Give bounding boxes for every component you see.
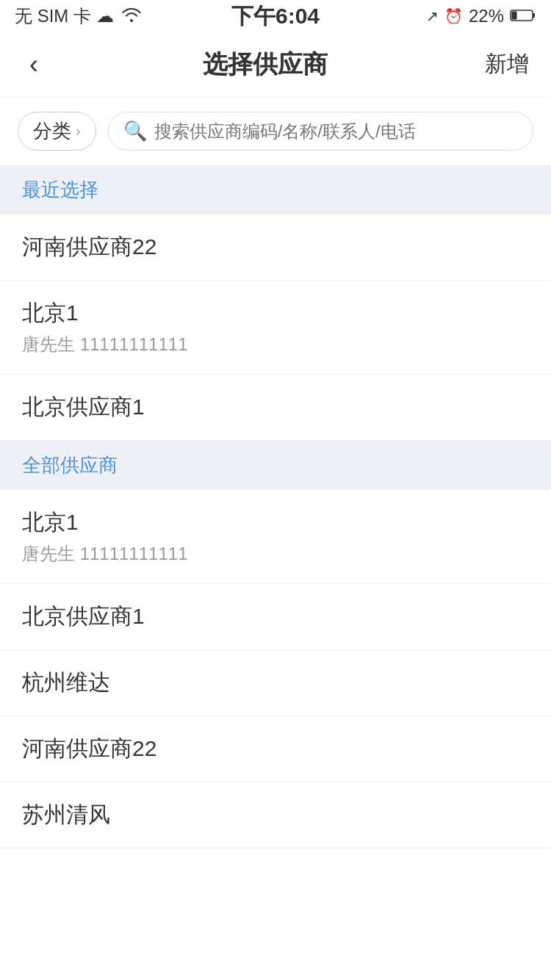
wifi-icon (121, 6, 142, 26)
list-item[interactable]: 苏州清风 (0, 782, 551, 849)
list-item[interactable]: 北京1唐先生 11111111111 (0, 281, 551, 375)
list-item[interactable]: 北京供应商1 (0, 584, 551, 650)
battery-icon (510, 6, 536, 26)
item-name: 河南供应商22 (22, 734, 529, 764)
alarm-icon: ⏰ (444, 7, 463, 25)
svg-rect-2 (512, 12, 517, 20)
list-item[interactable]: 河南供应商22 (0, 215, 551, 281)
all-list: 北京1唐先生 11111111111北京供应商1杭州维达河南供应商22苏州清风 (0, 490, 551, 849)
list-item[interactable]: 北京供应商1 (0, 375, 551, 441)
category-button[interactable]: 分类 › (18, 112, 96, 151)
item-name: 北京1 (22, 508, 529, 538)
category-label: 分类 (33, 118, 71, 144)
item-sub: 唐先生 11111111111 (22, 542, 529, 566)
recent-list: 河南供应商22北京1唐先生 11111111111北京供应商1 (0, 215, 551, 441)
no-sim-text: 无 SIM 卡 ☁ (15, 4, 114, 28)
item-name: 苏州清风 (22, 800, 529, 830)
recent-section-header: 最近选择 (0, 165, 551, 215)
status-bar: 无 SIM 卡 ☁ 下午6:04 ↗ ⏰ 22% (0, 0, 551, 32)
item-name: 北京1 (22, 298, 529, 328)
item-name: 杭州维达 (22, 668, 529, 698)
list-item[interactable]: 北京1唐先生 11111111111 (0, 490, 551, 584)
nav-bar: ‹ 选择供应商 新增 (0, 32, 551, 97)
back-button[interactable]: ‹ (22, 42, 46, 87)
add-button[interactable]: 新增 (485, 49, 529, 79)
item-name: 北京供应商1 (22, 392, 529, 422)
search-bar: 分类 › 🔍 (0, 97, 551, 165)
svg-rect-1 (533, 13, 535, 18)
page-title: 选择供应商 (203, 48, 328, 82)
battery-text: 22% (469, 6, 504, 26)
status-time: 下午6:04 (231, 1, 320, 32)
status-left: 无 SIM 卡 ☁ (15, 4, 142, 28)
chevron-right-icon: › (76, 123, 81, 140)
list-item[interactable]: 杭州维达 (0, 650, 551, 716)
search-input-wrap[interactable]: 🔍 (108, 112, 533, 151)
list-item[interactable]: 河南供应商22 (0, 716, 551, 782)
all-section-header: 全部供应商 (0, 441, 551, 490)
item-name: 北京供应商1 (22, 602, 529, 632)
location-icon: ↗ (426, 7, 439, 25)
item-sub: 唐先生 11111111111 (22, 333, 529, 356)
item-name: 河南供应商22 (22, 232, 529, 262)
search-icon: 🔍 (123, 120, 147, 143)
status-right: ↗ ⏰ 22% (426, 6, 536, 26)
search-input[interactable] (154, 121, 518, 142)
